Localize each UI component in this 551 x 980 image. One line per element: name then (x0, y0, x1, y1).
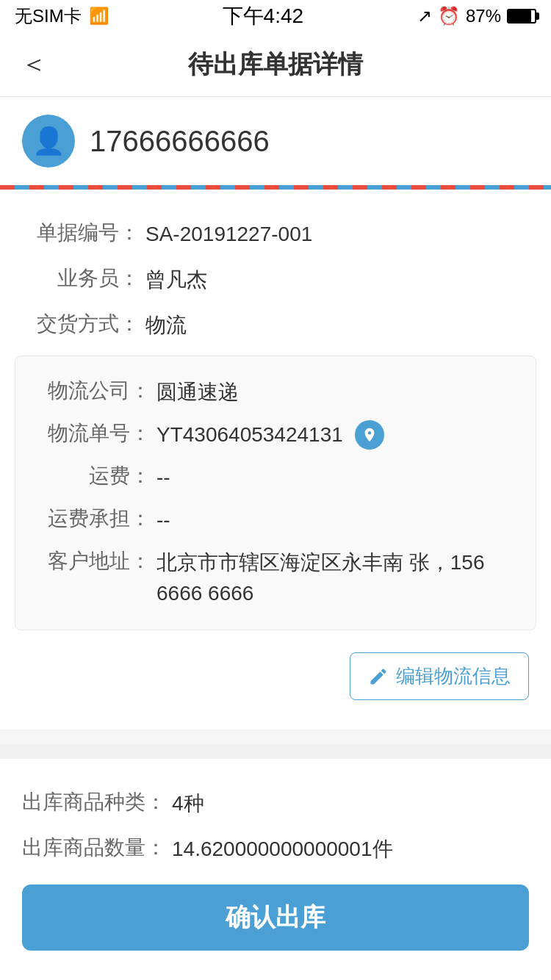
customer-header: 👤 17666666666 (0, 97, 551, 185)
edit-icon (368, 666, 389, 687)
section-separator (0, 744, 551, 759)
customer-phone: 17666666666 (90, 125, 270, 158)
nav-bar: ＜ 待出库单据详情 (0, 32, 551, 97)
status-left: 无SIM卡 📶 (15, 4, 109, 28)
edit-logistics-button[interactable]: 编辑物流信息 (350, 652, 529, 700)
logistics-company-value: 圆通速递 (156, 377, 518, 408)
goods-type-row: 出库商品种类： 4种 (0, 781, 551, 826)
avatar: 👤 (22, 115, 75, 167)
status-right: ↗ ⏰ 87% (417, 6, 536, 26)
delivery-method-value: 物流 (145, 310, 529, 341)
freight-label: 运费： (33, 462, 151, 490)
tracking-number-container: YT43064053424131 (156, 419, 384, 450)
address-row: 客户地址： 北京市市辖区海淀区永丰南 张，156 6666 6666 (15, 541, 536, 615)
bottom-bar: 确认出库 (0, 870, 551, 980)
battery-percent: 87% (466, 6, 501, 26)
edit-btn-container: 编辑物流信息 (0, 638, 551, 707)
delivery-method-label: 交货方式： (22, 310, 140, 338)
delivery-method-row: 交货方式： 物流 (0, 303, 551, 348)
address-value: 北京市市辖区海淀区永丰南 张，156 6666 6666 (156, 547, 518, 609)
battery-fill (508, 10, 531, 22)
tracking-number-value: YT43064053424131 (156, 419, 343, 450)
document-info-section: 单据编号： SA-20191227-001 业务员： 曾凡杰 交货方式： 物流 … (0, 190, 551, 729)
document-number-label: 单据编号： (22, 219, 140, 247)
sales-rep-value: 曾凡杰 (145, 264, 529, 295)
logistics-company-label: 物流公司： (33, 377, 151, 405)
freight-value: -- (156, 462, 518, 493)
freight-bearer-value: -- (156, 505, 518, 536)
document-number-row: 单据编号： SA-20191227-001 (0, 212, 551, 257)
logistics-card: 物流公司： 圆通速递 物流单号： YT43064053424131 运费： --… (15, 356, 536, 630)
edit-logistics-label: 编辑物流信息 (396, 663, 511, 689)
carrier-label: 无SIM卡 (15, 4, 82, 28)
logistics-company-row: 物流公司： 圆通速递 (15, 371, 536, 414)
goods-quantity-value: 14.620000000000001件 (172, 834, 529, 865)
tracking-number-label: 物流单号： (33, 419, 151, 447)
confirm-outbound-label: 确认出库 (226, 901, 325, 934)
goods-type-value: 4种 (172, 788, 529, 819)
location-pin-icon[interactable] (355, 420, 384, 450)
freight-bearer-row: 运费承担： -- (15, 499, 536, 541)
status-bar: 无SIM卡 📶 下午4:42 ↗ ⏰ 87% (0, 0, 551, 32)
sales-rep-row: 业务员： 曾凡杰 (0, 257, 551, 303)
document-number-value: SA-20191227-001 (145, 219, 529, 250)
location-status-icon: ↗ (417, 6, 432, 26)
wifi-icon: 📶 (89, 7, 109, 26)
address-label: 客户地址： (33, 547, 151, 575)
battery-icon (507, 9, 536, 24)
goods-quantity-row: 出库商品数量： 14.620000000000001件 (0, 826, 551, 872)
tracking-number-row: 物流单号： YT43064053424131 (15, 414, 536, 456)
map-pin-svg (361, 427, 378, 443)
sales-rep-label: 业务员： (22, 264, 140, 292)
freight-bearer-label: 运费承担： (33, 505, 151, 533)
goods-type-label: 出库商品种类： (22, 788, 166, 816)
freight-row: 运费： -- (15, 456, 536, 499)
back-icon: ＜ (21, 46, 47, 82)
person-icon: 👤 (32, 126, 65, 156)
confirm-outbound-button[interactable]: 确认出库 (22, 884, 529, 951)
goods-quantity-label: 出库商品数量： (22, 834, 166, 862)
page-title: 待出库单据详情 (188, 48, 363, 82)
status-time: 下午4:42 (223, 2, 304, 30)
back-button[interactable]: ＜ (21, 46, 47, 82)
alarm-icon: ⏰ (438, 6, 460, 26)
